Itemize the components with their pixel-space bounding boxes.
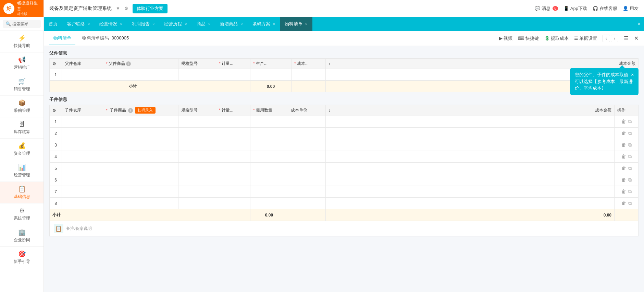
child-unit-cost-cell[interactable] xyxy=(288,151,326,163)
child-qty-cell[interactable] xyxy=(250,151,288,163)
sidebar-item-basic-info[interactable]: 📋 基础信息 xyxy=(0,182,44,203)
tab-customer[interactable]: 客户联络 × xyxy=(62,17,95,31)
child-qty-cell[interactable] xyxy=(250,186,288,198)
child-unit-cell[interactable] xyxy=(216,139,250,151)
child-goods-cell[interactable] xyxy=(103,163,178,174)
copy-icon[interactable]: ⧉ xyxy=(628,154,632,160)
child-unit-cell[interactable] xyxy=(216,151,250,163)
child-warehouse-cell[interactable] xyxy=(62,163,103,174)
child-unit-cost-cell[interactable] xyxy=(288,163,326,174)
child-cost-amount-cell[interactable] xyxy=(336,116,615,128)
bottom-placeholder-text[interactable]: 备注/备案说明 xyxy=(66,226,92,232)
child-spec-cell[interactable] xyxy=(178,198,216,209)
child-spec-cell[interactable] xyxy=(178,116,216,128)
tab-operations-status[interactable]: 经营情况 × xyxy=(95,17,127,31)
child-cost-amount-cell[interactable] xyxy=(336,139,615,151)
child-goods-cell[interactable] xyxy=(103,174,178,186)
child-unit-cell[interactable] xyxy=(216,116,250,128)
copy-icon[interactable]: ⧉ xyxy=(628,200,632,206)
copy-icon[interactable]: ⧉ xyxy=(628,130,632,136)
child-unit-cost-cell[interactable] xyxy=(288,174,326,186)
sidebar-item-operations[interactable]: 📊 经营管理 xyxy=(0,160,44,182)
child-goods-cell[interactable] xyxy=(103,151,178,163)
settings-icon[interactable]: ⚙ xyxy=(124,6,128,11)
scan-input-button[interactable]: 扫码录入 xyxy=(135,107,156,114)
delete-icon[interactable]: 🗑 xyxy=(621,130,626,136)
child-spec-cell[interactable] xyxy=(178,139,216,151)
copy-icon[interactable]: ⧉ xyxy=(628,189,632,195)
online-service-item[interactable]: 🎧 在线客服 xyxy=(593,5,617,12)
child-goods-cell[interactable] xyxy=(103,116,178,128)
delete-icon[interactable]: 🗑 xyxy=(621,142,626,148)
user-item[interactable]: 👤 用友 xyxy=(623,5,639,12)
tab-home[interactable]: 首页 xyxy=(44,17,62,31)
parent-warehouse-cell[interactable] xyxy=(62,69,103,81)
copy-icon[interactable]: ⧉ xyxy=(628,177,632,183)
menu-lines-icon[interactable]: ☰ xyxy=(624,35,629,42)
child-spec-cell[interactable] xyxy=(178,163,216,174)
sidebar-item-quick-nav[interactable]: ⚡ 快捷导航 xyxy=(0,31,44,52)
child-spec-cell[interactable] xyxy=(178,186,216,198)
child-spec-cell[interactable] xyxy=(178,128,216,139)
sidebar-item-purchase[interactable]: 📦 采购管理 xyxy=(0,96,44,117)
child-goods-info-icon[interactable]: i xyxy=(128,108,133,113)
tab-close-icon[interactable]: × xyxy=(240,22,243,26)
delete-icon[interactable]: 🗑 xyxy=(621,189,626,195)
child-unit-cost-cell[interactable] xyxy=(288,198,326,209)
child-goods-cell[interactable] xyxy=(103,198,178,209)
tab-bom[interactable]: 物料清单 × xyxy=(280,17,312,31)
child-warehouse-cell[interactable] xyxy=(62,151,103,163)
child-spec-cell[interactable] xyxy=(178,174,216,186)
child-qty-cell[interactable] xyxy=(250,174,288,186)
child-warehouse-cell[interactable] xyxy=(62,174,103,186)
child-qty-cell[interactable] xyxy=(250,198,288,209)
child-qty-cell[interactable] xyxy=(250,139,288,151)
child-warehouse-cell[interactable] xyxy=(62,128,103,139)
parent-cost-cell[interactable] xyxy=(292,69,326,81)
child-unit-cost-cell[interactable] xyxy=(288,139,326,151)
child-th-settings[interactable]: ⚙ xyxy=(50,105,62,116)
tab-close-icon[interactable]: × xyxy=(208,22,210,26)
child-cost-amount-cell[interactable] xyxy=(336,151,615,163)
sidebar-item-system[interactable]: ⚙ 系统管理 xyxy=(0,203,44,225)
copy-icon[interactable]: ⧉ xyxy=(628,165,632,171)
close-all-tabs-icon[interactable]: × xyxy=(634,21,644,27)
sidebar-item-guide[interactable]: 🎯 新手引导 xyxy=(0,247,44,268)
delete-icon[interactable]: 🗑 xyxy=(621,119,626,125)
doc-settings-action[interactable]: ☰ 单据设置 xyxy=(574,35,597,42)
shortcut-action[interactable]: ⌨ 快捷键 xyxy=(518,35,539,42)
parent-goods-info-icon[interactable]: i xyxy=(126,61,131,66)
child-unit-cost-cell[interactable] xyxy=(288,128,326,139)
th-settings[interactable]: ⚙ xyxy=(50,59,62,69)
tab-barcode[interactable]: 条码方案 × xyxy=(248,17,280,31)
parent-spec-cell[interactable] xyxy=(178,69,216,81)
child-unit-cell[interactable] xyxy=(216,174,250,186)
tab-close-icon[interactable]: × xyxy=(152,22,154,26)
tab-close-icon[interactable]: × xyxy=(88,22,90,26)
child-warehouse-cell[interactable] xyxy=(62,198,103,209)
parent-goods-cell[interactable] xyxy=(103,69,178,81)
parent-unit-cell[interactable] xyxy=(216,69,250,81)
tooltip-close-button[interactable]: × xyxy=(631,71,634,78)
child-unit-cell[interactable] xyxy=(216,198,250,209)
app-download-item[interactable]: 📱 App下载 xyxy=(564,5,587,12)
child-warehouse-cell[interactable] xyxy=(62,116,103,128)
tab-new-goods[interactable]: 新增商品 × xyxy=(215,17,247,31)
tab-close-icon[interactable]: × xyxy=(305,22,307,26)
view-action[interactable]: ▶ 视频 xyxy=(499,35,512,42)
child-goods-cell[interactable] xyxy=(103,139,178,151)
trial-button[interactable]: 体验行业方案 xyxy=(133,4,168,13)
tab-close-icon[interactable]: × xyxy=(120,22,122,26)
sub-tab-bom-list[interactable]: 物料清单 xyxy=(49,32,75,45)
tab-history[interactable]: 经营历程 × xyxy=(159,17,191,31)
cost-action[interactable]: 💲 提取成本 xyxy=(544,35,569,42)
child-cost-amount-cell[interactable] xyxy=(336,186,615,198)
delete-icon[interactable]: 🗑 xyxy=(621,165,626,171)
child-qty-cell[interactable] xyxy=(250,163,288,174)
copy-icon[interactable]: ⧉ xyxy=(628,119,632,125)
child-unit-cell[interactable] xyxy=(216,128,250,139)
child-cost-amount-cell[interactable] xyxy=(336,198,615,209)
child-cost-amount-cell[interactable] xyxy=(336,163,615,174)
sidebar-item-sales[interactable]: 🛒 销售管理 xyxy=(0,74,44,96)
tab-profit[interactable]: 利润报告 × xyxy=(127,17,159,31)
